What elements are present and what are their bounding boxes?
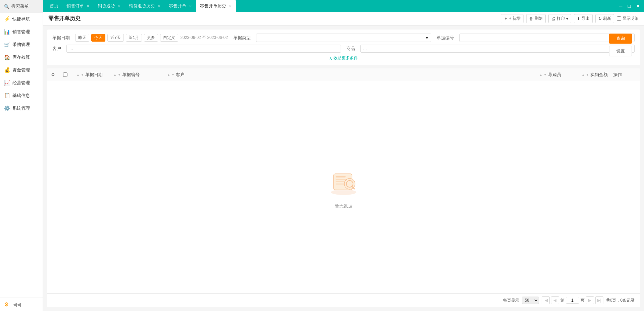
sidebar-item-basic-info[interactable]: 📋 基础信息 <box>0 89 43 102</box>
table-settings-icon[interactable]: ⚙ <box>51 72 55 77</box>
print-icon: 🖨 <box>551 16 555 21</box>
tab-sales-return-history-close[interactable]: ✕ <box>158 4 161 8</box>
th-checkbox[interactable] <box>62 72 74 77</box>
date-btn-custom[interactable]: 自定义 <box>160 34 178 42</box>
settings-icon[interactable]: ⚙ <box>4 301 9 308</box>
tab-retail-history-close[interactable]: ✕ <box>229 4 232 8</box>
tab-retail-open[interactable]: 零售开单 ✕ <box>165 0 196 12</box>
tab-retail-history-label: 零售开单历史 <box>200 3 226 9</box>
sidebar-item-label: 基础信息 <box>12 93 30 99</box>
tab-retail-history[interactable]: 零售开单历史 ✕ <box>196 0 236 12</box>
empty-state: 暂无数据 <box>47 81 640 293</box>
pagination-nav: |◀ ◀ 第 页 ▶ ▶| <box>542 296 603 304</box>
main-area: 首页 销售订单 ✕ 销货退货 ✕ 销货退货历史 ✕ 零售开单 ✕ 零售开单历史 … <box>43 0 644 311</box>
svg-rect-4 <box>336 181 345 182</box>
purchase-mgmt-icon: 🛒 <box>4 42 10 48</box>
export-button[interactable]: ⬆ 导出 <box>574 14 593 23</box>
sort-down-icon: ▼ <box>81 73 84 76</box>
filter-action-buttons: 查询 设置 <box>609 34 632 56</box>
svg-rect-2 <box>336 176 346 177</box>
sidebar-item-system-mgmt[interactable]: ⚙️ 系统管理 <box>0 102 43 115</box>
order-type-select[interactable]: ▾ <box>256 34 431 42</box>
tab-sales-order[interactable]: 销售订单 ✕ <box>62 0 94 12</box>
sidebar-bottom: ⚙ ◀◀ <box>0 298 43 311</box>
next-page-btn[interactable]: ▶ <box>586 296 594 304</box>
date-btn-more[interactable]: 更多 <box>144 34 158 42</box>
order-type-chevron-icon: ▾ <box>426 35 428 40</box>
first-page-btn[interactable]: |◀ <box>542 296 550 304</box>
delete-button[interactable]: 🗑 删除 <box>526 14 546 23</box>
customer-select[interactable]: ... <box>66 45 341 53</box>
display-detail-input[interactable] <box>617 16 621 21</box>
search-icon: 🔍 <box>4 4 9 9</box>
prev-page-btn[interactable]: ◀ <box>551 296 559 304</box>
date-btn-yesterday[interactable]: 昨天 <box>75 34 89 42</box>
sort-up-icon4: ▲ <box>539 73 542 76</box>
settings-button[interactable]: 设置 <box>609 46 632 56</box>
page-input[interactable] <box>566 297 579 304</box>
th-operation-label: 操作 <box>613 72 622 78</box>
query-button[interactable]: 查询 <box>609 34 632 44</box>
sidebar-item-inventory[interactable]: 🏠 库存核算 <box>0 51 43 64</box>
add-button[interactable]: ＋ + 新增 <box>501 14 524 23</box>
empty-illustration <box>327 165 360 199</box>
basic-info-icon: 📋 <box>4 93 10 99</box>
tab-bar-right: ─ □ ✕ <box>618 3 641 9</box>
print-button[interactable]: 🖨 打印 ▾ <box>548 14 571 23</box>
date-btn-last-month[interactable]: 近1月 <box>126 34 142 42</box>
select-all-checkbox[interactable] <box>63 72 67 77</box>
delete-label: 删除 <box>535 16 543 21</box>
operations-icon: 📈 <box>4 80 10 86</box>
th-date: ▲ ▼ 单据日期 <box>74 72 111 78</box>
toolbar-actions: ＋ + 新增 🗑 删除 🖨 打印 ▾ ⬆ 导出 ↻ 刷新 显示 <box>501 14 639 23</box>
tab-sales-return[interactable]: 销货退货 ✕ <box>94 0 125 12</box>
tab-home[interactable]: 首页 <box>46 0 62 12</box>
filter-panel: 单据日期 昨天 今天 近7天 近1月 更多 自定义 2023-06-02 至 2… <box>47 30 640 65</box>
th-customer-label: 客户 <box>176 72 185 78</box>
date-range-text: 2023-06-02 至 2023-06-02 <box>180 35 228 41</box>
refresh-button[interactable]: ↻ 刷新 <box>595 14 614 23</box>
order-no-input[interactable] <box>459 34 635 42</box>
page-suffix: 页 <box>581 298 585 303</box>
sidebar-search-label: 搜索采单 <box>11 3 29 9</box>
filter-collapse-btn[interactable]: ∧ 收起更多条件 <box>329 55 358 61</box>
product-select[interactable]: ... <box>360 45 635 53</box>
tab-sales-order-close[interactable]: ✕ <box>87 4 90 8</box>
date-btn-last7[interactable]: 近7天 <box>107 34 124 42</box>
collapse-icon: ∧ <box>329 56 332 61</box>
sidebar-search[interactable]: 🔍 搜索采单 <box>0 0 43 13</box>
date-options: 昨天 今天 近7天 近1月 更多 自定义 2023-06-02 至 2023-0… <box>75 34 228 42</box>
sales-mgmt-icon: 📊 <box>4 29 10 35</box>
sidebar-item-sales-mgmt[interactable]: 📊 销售管理 <box>0 25 43 38</box>
tab-home-label: 首页 <box>50 3 58 9</box>
tab-sales-return-history[interactable]: 销货退货历史 ✕ <box>125 0 165 12</box>
print-label: 打印 <box>557 16 565 21</box>
window-restore-icon[interactable]: □ <box>627 3 632 9</box>
order-no-label: 单据编号 <box>437 35 454 41</box>
refresh-icon: ↻ <box>598 16 602 21</box>
per-page-select[interactable]: 50 10 20 100 <box>522 297 539 304</box>
display-detail-checkbox[interactable]: 显示明细 <box>617 16 639 21</box>
sidebar-item-label: 经营管理 <box>12 80 30 86</box>
tab-sales-order-label: 销售订单 <box>66 3 84 9</box>
last-page-btn[interactable]: ▶| <box>595 296 603 304</box>
tab-sales-return-close[interactable]: ✕ <box>118 4 121 8</box>
th-operation: 操作 <box>610 72 637 78</box>
sidebar-item-finance[interactable]: 💰 资金管理 <box>0 64 43 76</box>
date-btn-today[interactable]: 今天 <box>91 34 105 42</box>
date-filter-label: 单据日期 <box>52 35 70 41</box>
filter-row-2: 客户 ... 商品 ... <box>52 45 635 53</box>
window-minimize-icon[interactable]: ─ <box>618 3 624 9</box>
sidebar-item-quick-nav[interactable]: ⚡ 快捷导航 <box>0 13 43 25</box>
th-settings[interactable]: ⚙ <box>50 72 62 77</box>
collapse-sidebar-icon[interactable]: ◀◀ <box>13 301 21 308</box>
sidebar-item-operations[interactable]: 📈 经营管理 <box>0 76 43 89</box>
sort-down-icon2: ▼ <box>118 73 121 76</box>
page-label: 第 <box>560 298 564 303</box>
tab-retail-open-close[interactable]: ✕ <box>189 4 192 8</box>
sort-up-icon5: ▲ <box>582 73 585 76</box>
window-close-icon[interactable]: ✕ <box>635 3 641 9</box>
table-header: ⚙ ▲ ▼ 单据日期 ▲ ▼ 单据编号 ▲ ▼ 客户 <box>47 68 640 81</box>
sidebar-item-purchase-mgmt[interactable]: 🛒 采购管理 <box>0 38 43 51</box>
print-chevron-icon: ▾ <box>566 16 568 21</box>
